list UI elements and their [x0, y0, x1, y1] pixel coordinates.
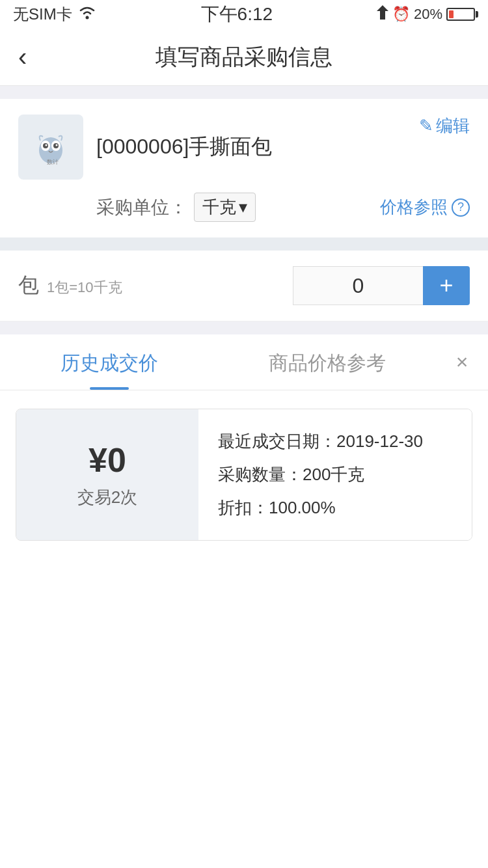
page-title: 填写商品采购信息 [156, 42, 332, 72]
trade-discount-label: 折扣： [218, 498, 269, 517]
quantity-row: 包 1包=10千克 + [0, 251, 488, 321]
nav-bar: ‹ 填写商品采购信息 [0, 29, 488, 86]
trade-date-value: 2019-12-30 [336, 431, 423, 451]
location-icon [377, 5, 388, 23]
tab-history-price[interactable]: 历史成交价 [0, 334, 218, 390]
unit-label: 采购单位： [96, 195, 187, 220]
edit-button[interactable]: ✎ 编辑 [419, 115, 470, 137]
status-bar: 无SIM卡 下午6:12 ⏰ 20% [0, 0, 488, 29]
tabs-close-button[interactable]: × [436, 350, 488, 374]
status-right: ⏰ 20% [377, 5, 475, 23]
trade-card-right: 最近成交日期：2019-12-30 采购数量：200千克 折扣：100.00% [198, 409, 472, 540]
edit-label: 编辑 [436, 115, 470, 137]
help-icon: ? [452, 198, 470, 217]
close-icon: × [456, 350, 468, 374]
trade-qty-row: 采购数量：200千克 [218, 463, 452, 486]
main-content-area [0, 559, 488, 868]
product-left: 数计 [0000006]手撕面包 [18, 115, 272, 180]
dropdown-icon: ▾ [239, 197, 247, 217]
edit-icon: ✎ [419, 116, 433, 136]
svg-point-0 [85, 16, 88, 20]
product-thumbnail: 数计 [18, 115, 83, 180]
wifi-icon [77, 5, 97, 23]
product-card: 数计 [0000006]手撕面包 ✎ 编辑 采购单位： 千克 ▾ 价格参照 ? [0, 99, 488, 237]
tab-price-ref[interactable]: 商品价格参考 [218, 334, 436, 390]
trade-count: 交易2次 [77, 486, 137, 509]
trade-discount-row: 折扣：100.00% [218, 496, 452, 519]
tabs-header: 历史成交价 商品价格参考 × [0, 334, 488, 390]
quantity-plus-button[interactable]: + [423, 266, 470, 305]
battery-indicator [446, 8, 475, 21]
qty-unit-small: 1包=10千克 [47, 278, 122, 297]
plus-icon: + [439, 272, 453, 299]
trade-date-row: 最近成交日期：2019-12-30 [218, 430, 452, 453]
quantity-unit-label: 包 1包=10千克 [18, 271, 122, 300]
svg-point-7 [56, 144, 58, 146]
status-left: 无SIM卡 [13, 4, 97, 25]
section-divider [0, 237, 488, 251]
tabs-section: 历史成交价 商品价格参考 × ¥0 交易2次 最近成交日期：2019-12-30… [0, 334, 488, 868]
trade-card: ¥0 交易2次 最近成交日期：2019-12-30 采购数量：200千克 折扣：… [16, 409, 472, 541]
tab-price-ref-label: 商品价格参考 [269, 352, 386, 373]
svg-point-6 [46, 144, 47, 146]
qty-unit-big: 包 [18, 271, 39, 300]
product-header: 数计 [0000006]手撕面包 ✎ 编辑 [18, 115, 470, 180]
product-name: [0000006]手撕面包 [96, 133, 272, 161]
quantity-input[interactable] [293, 266, 423, 305]
battery-percent: 20% [414, 6, 442, 23]
alarm-icon: ⏰ [392, 6, 410, 23]
status-time: 下午6:12 [201, 2, 273, 27]
product-unit-row: 采购单位： 千克 ▾ 价格参照 ? [18, 193, 470, 222]
trade-qty-label: 采购数量： [218, 465, 303, 484]
quantity-input-wrap: + [293, 266, 470, 305]
trade-date-label: 最近成交日期： [218, 431, 336, 451]
product-logo: 数计 [31, 128, 70, 167]
trade-price: ¥0 [88, 441, 126, 480]
price-ref-label: 价格参照 [380, 196, 448, 219]
unit-value: 千克 [202, 196, 236, 219]
unit-select[interactable]: 千克 ▾ [194, 193, 256, 222]
trade-qty-value: 200千克 [303, 465, 364, 484]
back-button[interactable]: ‹ [18, 42, 27, 72]
svg-text:数计: 数计 [47, 159, 59, 165]
price-ref-button[interactable]: 价格参照 ? [380, 196, 470, 219]
sim-label: 无SIM卡 [13, 4, 72, 25]
trade-card-left: ¥0 交易2次 [16, 409, 198, 540]
trade-discount-value: 100.00% [269, 498, 336, 517]
tab-history-label: 历史成交价 [61, 352, 158, 373]
